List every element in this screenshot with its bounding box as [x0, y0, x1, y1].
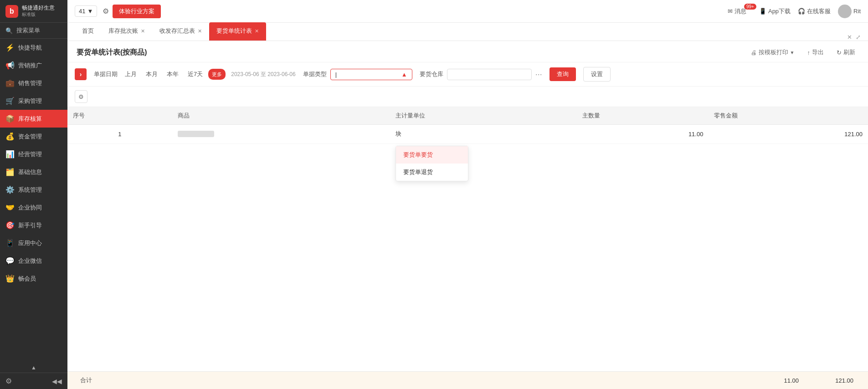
- table-toolbar: ⚙: [67, 87, 868, 107]
- dropdown-item-tuihuo[interactable]: 要货单退货: [396, 164, 468, 181]
- chevron-down-icon: ▼: [790, 50, 795, 55]
- header-settings-icon[interactable]: ⚙: [103, 7, 109, 15]
- tab-close-icon[interactable]: ✕: [255, 28, 259, 34]
- table-header-row: 序号 商品 主计量单位 主数量 零售金额: [67, 107, 868, 124]
- tab-close-icon[interactable]: ✕: [141, 28, 145, 34]
- tab-label: 库存批次账: [108, 27, 138, 35]
- sidebar-item-caigou[interactable]: 🛒 采购管理: [0, 92, 67, 110]
- store-selector[interactable]: 41 ▼: [75, 5, 97, 17]
- chevron-up-icon: ▲: [31, 364, 36, 371]
- tab-inventory[interactable]: 库存批次账 ✕: [101, 22, 152, 41]
- type-select[interactable]: | ▲: [330, 69, 412, 80]
- page: 要货单统计表(按商品) 🖨 按模板打印 ▼ ↑ 导出 ↻ 刷新: [67, 41, 868, 389]
- window-close-icon[interactable]: ✕: [847, 34, 852, 41]
- query-button[interactable]: 查询: [550, 67, 576, 81]
- col-header-product: 商品: [172, 107, 390, 124]
- header-left: 41 ▼ ⚙ 体验行业方案: [75, 5, 161, 18]
- megaphone-icon: 📢: [5, 61, 15, 70]
- flash-icon: ⚡: [5, 43, 15, 52]
- current-year-btn[interactable]: 本年: [163, 69, 182, 80]
- headset-icon: 🎧: [798, 8, 805, 15]
- type-filter-section: 单据类型 | ▲: [303, 69, 412, 80]
- tab-label: 收发存汇总表: [159, 27, 195, 35]
- sidebar-search-item[interactable]: 🔍 搜索菜单: [0, 23, 67, 39]
- filter-expand-button[interactable]: ›: [75, 68, 87, 80]
- logo-badge: 标准版: [22, 11, 55, 18]
- money-icon: 💰: [5, 132, 15, 141]
- col-header-amount: 零售金额: [709, 107, 868, 124]
- user-menu[interactable]: Rit: [838, 5, 861, 18]
- more-dates-btn[interactable]: 更多: [208, 69, 226, 80]
- sidebar-item-app[interactable]: 📱 应用中心: [0, 234, 67, 252]
- sidebar-item-zijin[interactable]: 💰 资金管理: [0, 128, 67, 145]
- warehouse-input[interactable]: [447, 69, 532, 80]
- prev-month-btn[interactable]: 上月: [121, 69, 140, 80]
- print-label: 按模板打印: [759, 48, 788, 56]
- date-buttons: 上月 本月 本年 近7天 更多: [121, 69, 226, 80]
- type-dropdown-menu: 要货单要货 要货单退货: [395, 146, 468, 181]
- footer-qty: 11.00: [753, 377, 799, 384]
- promo-button[interactable]: 体验行业方案: [113, 5, 161, 18]
- chat-icon: 💬: [5, 256, 15, 265]
- sidebar-item-huiyuan[interactable]: 👑 畅会员: [0, 270, 67, 287]
- tab-label: 要货单统计表: [216, 27, 252, 35]
- refresh-icon: ↻: [837, 49, 842, 56]
- sidebar-item-jingying[interactable]: 📊 经营管理: [0, 145, 67, 163]
- sidebar-item-kuaijie[interactable]: ⚡ 快捷导航: [0, 39, 67, 56]
- date-range-display: 2023-05-06 至 2023-06-06: [231, 71, 295, 78]
- refresh-button[interactable]: ↻ 刷新: [833, 46, 859, 58]
- dropdown-item-yaohuo[interactable]: 要货单要货: [396, 146, 468, 164]
- collapse-icon[interactable]: ◀◀: [52, 378, 62, 385]
- tab-close-icon[interactable]: ✕: [198, 28, 202, 34]
- filter-more-icon[interactable]: ···: [535, 70, 542, 78]
- sidebar-label: 企业微信: [18, 257, 42, 265]
- tabs-end-icons: ✕ ⤢: [847, 34, 861, 41]
- message-button[interactable]: ✉ 消息 99+: [728, 7, 752, 15]
- sidebar-item-weixin[interactable]: 💬 企业微信: [0, 252, 67, 270]
- settings-button[interactable]: 设置: [583, 67, 611, 82]
- sidebar-item-qiye[interactable]: 🤝 企业协同: [0, 199, 67, 216]
- avatar: [838, 5, 852, 18]
- user-name: Rit: [853, 8, 861, 15]
- filter-bar: › 单据日期 上月 本月 本年 近7天 更多 2023-05-06 至 2023…: [67, 62, 868, 87]
- header-right: ✉ 消息 99+ 📱 App下载 🎧 在线客服 Rit: [728, 5, 861, 18]
- online-service-button[interactable]: 🎧 在线客服: [798, 7, 831, 15]
- sidebar-label: 企业协同: [18, 204, 42, 212]
- settings-bottom-icon[interactable]: ⚙: [5, 377, 12, 385]
- sidebar-label: 库存核算: [18, 115, 42, 123]
- tab-home[interactable]: 首页: [75, 22, 101, 41]
- table-settings-gear[interactable]: ⚙: [75, 90, 87, 103]
- current-month-btn[interactable]: 本月: [142, 69, 161, 80]
- tab-receivables[interactable]: 收发存汇总表 ✕: [152, 22, 209, 41]
- col-header-qty: 主数量: [577, 107, 709, 124]
- sidebar-item-kucun[interactable]: 📦 库存核算: [0, 110, 67, 128]
- chevron-right-icon: ›: [80, 71, 82, 78]
- mobile-download-icon: 📱: [759, 8, 766, 15]
- print-button[interactable]: 🖨 按模板打印 ▼: [747, 46, 798, 58]
- window-maximize-icon[interactable]: ⤢: [856, 34, 861, 41]
- tab-order-stats[interactable]: 要货单统计表 ✕: [209, 22, 266, 41]
- sidebar-item-yingxiao[interactable]: 📢 营销推广: [0, 56, 67, 74]
- sidebar-label: 营销推广: [18, 61, 42, 70]
- sidebar-item-xitong[interactable]: ⚙️ 系统管理: [0, 181, 67, 199]
- table-row: 1 块 11.00 121.00: [67, 124, 868, 143]
- sidebar-item-jichu[interactable]: 🗂️ 基础信息: [0, 163, 67, 181]
- export-button[interactable]: ↑ 导出: [804, 46, 828, 58]
- folder-icon: 🗂️: [5, 168, 15, 176]
- sidebar-item-xiaoshou[interactable]: 💼 销售管理: [0, 74, 67, 92]
- store-name: 41: [79, 8, 85, 15]
- sidebar-item-xinshou[interactable]: 🎯 新手引导: [0, 216, 67, 234]
- page-actions: 🖨 按模板打印 ▼ ↑ 导出 ↻ 刷新: [747, 46, 859, 58]
- cell-amount: 121.00: [709, 124, 868, 143]
- last7days-btn[interactable]: 近7天: [184, 69, 206, 80]
- table-footer: 合计 11.00 121.00: [67, 371, 868, 389]
- app-download-button[interactable]: 📱 App下载: [759, 7, 791, 15]
- table-wrapper: 序号 商品 主计量单位 主数量 零售金额 1: [67, 107, 868, 144]
- chevron-down-icon: ▼: [87, 8, 93, 15]
- online-service-label: 在线客服: [807, 7, 831, 15]
- sidebar-scroll-up[interactable]: ▲: [0, 363, 67, 373]
- message-icon: ✉: [728, 8, 733, 15]
- type-filter-label: 单据类型: [303, 70, 327, 78]
- cell-unit: 块: [390, 124, 576, 143]
- refresh-label: 刷新: [843, 48, 855, 56]
